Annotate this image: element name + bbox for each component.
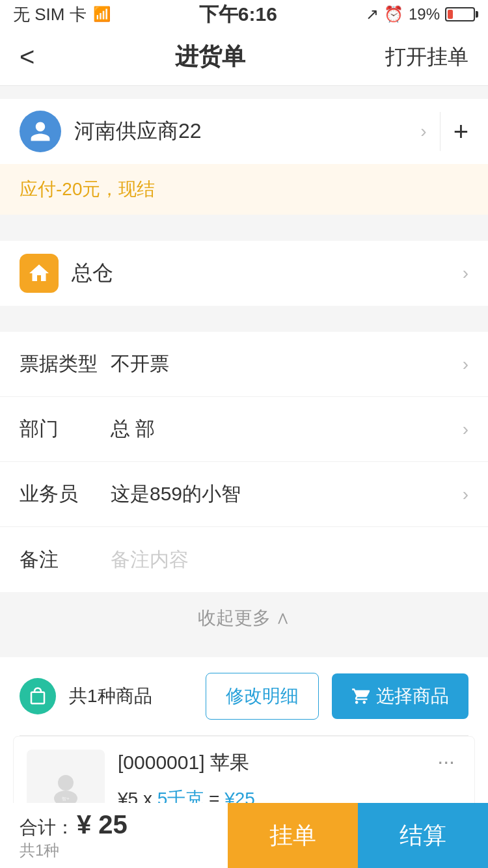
salesperson-chevron-icon: › xyxy=(463,484,468,505)
shopping-bag-icon xyxy=(28,686,47,706)
page-title: 进货单 xyxy=(175,41,245,73)
total-label: 合计： xyxy=(20,815,74,840)
hang-button[interactable]: 挂单 xyxy=(228,803,358,868)
department-label: 部门 xyxy=(20,416,111,442)
divider-1 xyxy=(0,215,488,228)
remark-label: 备注 xyxy=(20,547,111,573)
supplier-avatar xyxy=(20,111,61,152)
notice-banner: 应付-20元，现结 xyxy=(0,164,488,215)
total-count: 共1种 xyxy=(20,840,208,861)
product-code: [0000001] xyxy=(118,752,204,773)
salesperson-row[interactable]: 业务员 这是859的小智 › xyxy=(0,462,488,527)
select-product-label: 选择商品 xyxy=(376,684,449,709)
bottom-bar: 合计： ¥ 25 共1种 挂单 结算 xyxy=(0,803,488,868)
total-amount: ¥ 25 xyxy=(77,810,128,839)
open-hang-button[interactable]: 打开挂单 xyxy=(385,43,468,72)
invoice-type-label: 票据类型 xyxy=(20,351,111,377)
cart-icon xyxy=(351,687,370,705)
warehouse-icon-container xyxy=(20,254,59,293)
remark-input[interactable]: 备注内容 xyxy=(111,547,468,573)
department-row[interactable]: 部门 总 部 › xyxy=(0,397,488,462)
notice-text: 应付-20元，现结 xyxy=(20,179,155,199)
product-info: [0000001] 苹果 ¥5 x 5千克 = ¥25 xyxy=(118,750,418,811)
product-bag-icon xyxy=(20,678,56,714)
supplier-chevron-icon: › xyxy=(420,121,426,142)
svg-point-0 xyxy=(58,775,74,791)
form-section: 票据类型 不开票 › 部门 总 部 › 业务员 这是859的小智 › 备注 备注… xyxy=(0,332,488,592)
supplier-row[interactable]: 河南供应商22 › + xyxy=(0,99,488,164)
warehouse-row[interactable]: 总仓 › xyxy=(0,241,488,306)
warehouse-chevron-icon: › xyxy=(463,263,468,284)
warehouse-name: 总仓 xyxy=(72,259,463,288)
invoice-type-value: 不开票 xyxy=(111,351,463,377)
status-time: 下午6:16 xyxy=(199,1,277,28)
department-chevron-icon: › xyxy=(463,419,468,440)
product-more-button[interactable]: ··· xyxy=(431,750,461,774)
nav-bar: < 进货单 打开挂单 xyxy=(0,29,488,86)
salesperson-label: 业务员 xyxy=(20,481,111,508)
vertical-divider xyxy=(440,112,441,151)
collapse-more-button[interactable]: 收起更多 ∧ xyxy=(0,592,488,644)
add-supplier-button[interactable]: + xyxy=(454,117,468,146)
carrier-text: 无 SIM 卡 xyxy=(13,3,87,26)
home-icon xyxy=(27,262,51,285)
person-icon xyxy=(29,120,52,143)
checkout-button[interactable]: 结算 xyxy=(358,803,488,868)
invoice-type-row[interactable]: 票据类型 不开票 › xyxy=(0,332,488,397)
svg-text:智+: 智+ xyxy=(62,796,69,802)
select-product-button[interactable]: 选择商品 xyxy=(332,673,468,719)
divider-2 xyxy=(0,306,488,319)
collapse-label: 收起更多 ∧ xyxy=(198,606,291,631)
top-divider xyxy=(0,86,488,99)
divider-3 xyxy=(0,644,488,657)
back-button[interactable]: < xyxy=(20,42,34,72)
battery-percent: 19% xyxy=(409,5,440,23)
battery-icon xyxy=(445,7,475,21)
wifi-icon: 📶 xyxy=(93,6,111,23)
product-image-placeholder: 智+ xyxy=(46,769,85,808)
salesperson-value: 这是859的小智 xyxy=(111,481,463,508)
product-name: [0000001] 苹果 xyxy=(118,750,418,776)
status-bar: 无 SIM 卡 📶 下午6:16 ↗ ⏰ 19% xyxy=(0,0,488,29)
invoice-chevron-icon: › xyxy=(463,354,468,375)
status-left: 无 SIM 卡 📶 xyxy=(13,3,111,26)
status-right: ↗ ⏰ 19% xyxy=(366,5,475,23)
location-icon: ↗ xyxy=(366,5,379,23)
department-value: 总 部 xyxy=(111,416,463,442)
total-section: 合计： ¥ 25 共1种 xyxy=(0,810,228,861)
supplier-name: 河南供应商22 xyxy=(74,117,420,146)
product-header: 共1种商品 修改明细 选择商品 xyxy=(0,657,488,735)
edit-detail-button[interactable]: 修改明细 xyxy=(206,673,319,720)
product-count-label: 共1种商品 xyxy=(69,684,193,709)
product-title: 苹果 xyxy=(210,752,249,773)
alarm-icon: ⏰ xyxy=(384,5,403,23)
remark-row[interactable]: 备注 备注内容 xyxy=(0,527,488,592)
